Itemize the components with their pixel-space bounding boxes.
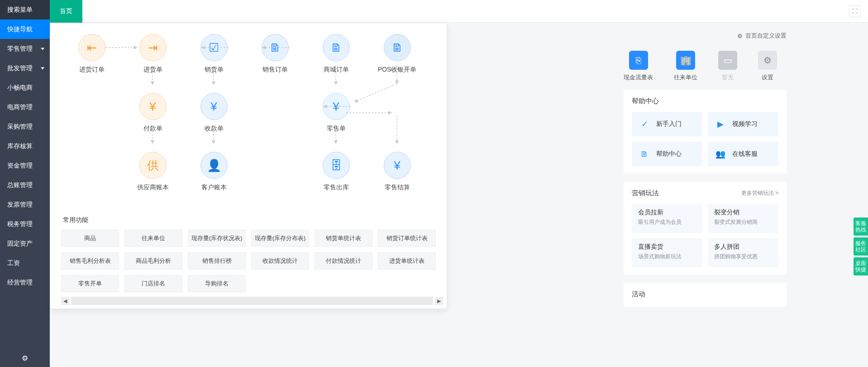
flow-node-icon: ¥ [323, 93, 350, 120]
flow-node-label: 零售出库 [324, 184, 349, 192]
help-label: 帮助中心 [656, 150, 682, 158]
marketing-item-2[interactable]: 直播卖货场景式购物新玩法 [632, 238, 702, 267]
help-panel: 帮助中心 ✓新手入门▶视频学习🗎帮助中心👥在线客服 [624, 90, 787, 174]
quicknav-flyout: ⇤进货订单⇥进货单☑销货单🗎销售订单🗎商城订单🗎POS收银开单¥付款单¥收款单¥… [50, 23, 447, 309]
flow-node-label: 供应商账本 [137, 184, 169, 192]
common-fn-14[interactable]: 导购排名 [188, 275, 246, 292]
common-fn-grid: 商品往来单位现存量(库存状况表)现存量(库存分布表)销货单统计表销货订单统计表销… [61, 230, 443, 292]
flow-node-icon: 🗎 [384, 34, 411, 61]
app-icon: 🏢 [676, 51, 695, 70]
flow-node-icon: 🗎 [262, 34, 289, 61]
sidebar-item-9[interactable]: 总账管理 [0, 175, 50, 195]
common-fn-11[interactable]: 进货单统计表 [378, 252, 436, 270]
common-fn-title: 常用功能 [63, 216, 443, 224]
tab-home[interactable]: 首页 [50, 0, 82, 23]
help-label: 新手入门 [656, 120, 682, 128]
help-icon: 🗎 [638, 148, 651, 160]
sidebar-item-5[interactable]: 电商管理 [0, 97, 50, 117]
flow-node-icon: ¥ [384, 152, 411, 179]
flow-node-进货单[interactable]: ⇥进货单 [122, 34, 183, 93]
sidebar-item-11[interactable]: 税务管理 [0, 214, 50, 234]
flow-node-icon: 🗎 [323, 34, 350, 61]
common-fn-12[interactable]: 零售开单 [61, 275, 119, 292]
help-item-1[interactable]: ▶视频学习 [708, 112, 778, 136]
common-fn-6[interactable]: 销售毛利分析表 [61, 252, 119, 270]
marketing-item-3[interactable]: 多人拼团拼团购物享受优惠 [708, 238, 778, 267]
app-shortcut-row: ⎘现金流量表🏢往来单位▭暂无⚙设置 [624, 51, 787, 82]
common-fn-4[interactable]: 销货单统计表 [315, 230, 372, 247]
sidebar-item-12[interactable]: 固定资产 [0, 234, 50, 253]
sidebar-item-3[interactable]: 批发管理 [0, 58, 50, 78]
flow-node-销货单[interactable]: ☑销货单 [183, 34, 244, 93]
sidebar-item-6[interactable]: 采购管理 [0, 117, 50, 136]
flow-node-客户账本[interactable]: 👤客户账本 [183, 152, 244, 211]
flow-node-付款单[interactable]: ¥付款单 [122, 93, 183, 152]
app-shortcut-0[interactable]: ⎘现金流量表 [624, 51, 653, 82]
help-icon: ✓ [638, 118, 651, 130]
sidebar-item-2[interactable]: 零售管理 [0, 39, 50, 58]
top-bar: 首页 ⛶ [50, 0, 868, 23]
scroll-track[interactable] [71, 297, 433, 305]
common-fn-3[interactable]: 现存量(库存分布表) [251, 230, 309, 247]
app-label: 设置 [762, 73, 773, 82]
flow-node-label: 零售结算 [385, 184, 410, 192]
sidebar-item-8[interactable]: 资金管理 [0, 156, 50, 175]
flow-node-收款单[interactable]: ¥收款单 [183, 93, 244, 152]
marketing-item-title: 直播卖货 [638, 243, 696, 251]
sidebar-item-10[interactable]: 发票管理 [0, 195, 50, 214]
flow-grid: ⇤进货订单⇥进货单☑销货单🗎销售订单🗎商城订单🗎POS收银开单¥付款单¥收款单¥… [61, 34, 443, 211]
flow-node-零售单[interactable]: ¥零售单 [305, 93, 367, 152]
help-title: 帮助中心 [632, 97, 659, 106]
marketing-item-title: 会员拉新 [638, 208, 696, 217]
marketing-item-0[interactable]: 会员拉新吸引用户成为会员 [632, 204, 702, 233]
sidebar-item-1[interactable]: 快捷导航 [0, 19, 50, 39]
flow-node-label: 客户账本 [201, 184, 227, 192]
common-fn-1[interactable]: 往来单位 [124, 230, 182, 247]
flow-node-icon: 供 [139, 152, 167, 179]
common-fn-13[interactable]: 门店排名 [124, 275, 182, 292]
sidebar-settings-button[interactable]: ⚙ [0, 349, 50, 367]
marketing-item-1[interactable]: 裂变分销裂变式发展分销商 [708, 204, 778, 233]
float-btn-1[interactable]: 服务社区 [854, 237, 868, 256]
scroll-right-icon[interactable]: ▶ [435, 297, 443, 305]
scroll-left-icon[interactable]: ◀ [61, 297, 69, 305]
sidebar-item-13[interactable]: 工资 [0, 253, 50, 273]
flow-node-icon: ¥ [200, 93, 228, 120]
app-icon: ⚙ [758, 51, 777, 70]
float-btn-2[interactable]: 桌面快捷 [854, 257, 868, 275]
flow-node-POS收银开单[interactable]: 🗎POS收银开单 [367, 34, 428, 93]
common-fn-10[interactable]: 付款情况统计 [315, 252, 372, 270]
app-shortcut-3[interactable]: ⚙设置 [758, 51, 777, 82]
common-fn-7[interactable]: 商品毛利分析 [124, 252, 182, 270]
sidebar-item-14[interactable]: 经营管理 [0, 273, 50, 292]
app-shortcut-1[interactable]: 🏢往来单位 [674, 51, 697, 82]
help-item-0[interactable]: ✓新手入门 [632, 112, 702, 136]
app-icon: ▭ [718, 51, 737, 70]
customize-home-button[interactable]: ⚙ 首页自定义设置 [624, 32, 787, 40]
app-label: 往来单位 [674, 73, 697, 82]
common-fn-5[interactable]: 销货订单统计表 [378, 230, 436, 247]
flow-node-零售结算[interactable]: ¥零售结算 [367, 152, 428, 211]
flow-node-零售出库[interactable]: 🗄零售出库 [305, 152, 367, 211]
common-fn-9[interactable]: 收款情况统计 [251, 252, 309, 270]
sidebar-item-4[interactable]: 小畅电商 [0, 78, 50, 97]
app-shortcut-2[interactable]: ▭暂无 [718, 51, 737, 82]
common-fn-2[interactable]: 现存量(库存状况表) [188, 230, 246, 247]
float-btn-0[interactable]: 客服热线 [854, 217, 868, 236]
flow-node-供应商账本[interactable]: 供供应商账本 [122, 152, 183, 211]
marketing-item-sub: 吸引用户成为会员 [638, 218, 696, 226]
common-fn-8[interactable]: 销售排行榜 [188, 252, 246, 270]
flow-node-进货订单[interactable]: ⇤进货订单 [61, 34, 122, 93]
marketing-more-link[interactable]: 更多营销玩法 > [741, 189, 778, 197]
marketing-item-title: 多人拼团 [714, 243, 772, 251]
common-fn-0[interactable]: 商品 [61, 230, 119, 247]
help-item-3[interactable]: 👥在线客服 [708, 142, 778, 166]
fullscreen-icon[interactable]: ⛶ [849, 5, 861, 17]
sidebar-item-7[interactable]: 库存核算 [0, 136, 50, 156]
flow-node-商城订单[interactable]: 🗎商城订单 [305, 34, 367, 93]
sidebar-item-0[interactable]: 搜索菜单 [0, 0, 50, 19]
help-item-2[interactable]: 🗎帮助中心 [632, 142, 702, 166]
floating-side-buttons: 客服热线服务社区桌面快捷 [854, 217, 868, 275]
flow-node-销售订单[interactable]: 🗎销售订单 [244, 34, 305, 93]
flow-node-label: 进货单 [143, 66, 162, 74]
